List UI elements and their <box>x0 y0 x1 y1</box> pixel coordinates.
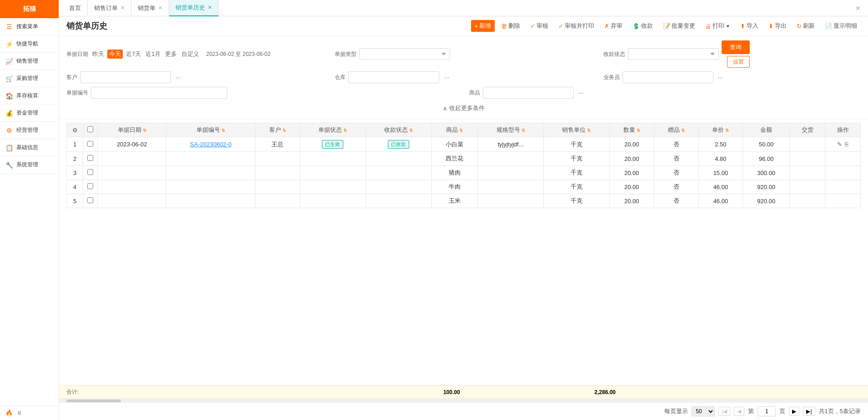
tab-home[interactable]: 首页 <box>63 0 88 16</box>
delete-button[interactable]: 🗑 删除 <box>497 20 524 32</box>
row-checkbox[interactable] <box>87 155 93 161</box>
discard-button[interactable]: ✗ 弃审 <box>601 20 626 32</box>
close-icon[interactable]: ✕ <box>208 5 212 10</box>
row-checkbox[interactable] <box>87 141 93 147</box>
export-icon: ⬇ <box>768 23 773 30</box>
qty: 20.00 <box>609 180 654 194</box>
sidebar-item-label: 经营管理 <box>16 126 38 134</box>
date-yesterday[interactable]: 昨天 <box>91 50 105 59</box>
row-select[interactable] <box>83 180 98 194</box>
col-doc-no[interactable]: 单据编号⇅ <box>166 123 256 137</box>
sidebar-item-purchase-mgmt[interactable]: 🛒 采购管理 <box>0 70 59 87</box>
sidebar-item-inventory[interactable]: 🏠 库存核算 <box>0 87 59 105</box>
col-settings[interactable]: ⚙ <box>67 123 83 137</box>
col-spec[interactable]: 规格型号⇅ <box>478 123 544 137</box>
doc-no-link[interactable]: SA-20230602-0 <box>190 141 231 148</box>
sidebar-item-label: 基础信息 <box>16 144 38 151</box>
page-next-btn[interactable]: ▶ <box>789 407 799 416</box>
tab-sales-order[interactable]: 销售订单 ✕ <box>88 0 131 16</box>
row-select[interactable] <box>83 166 98 180</box>
page-last-btn[interactable]: ▶| <box>803 407 815 416</box>
row-select[interactable] <box>83 194 98 208</box>
row-checkbox[interactable] <box>87 169 93 175</box>
collect-status-select[interactable] <box>628 48 719 60</box>
col-price[interactable]: 单价⇅ <box>698 123 743 137</box>
export-button[interactable]: ⬇ 导出 <box>765 20 790 32</box>
sidebar-item-quick-nav[interactable]: ⚡ 快捷导航 <box>0 35 59 53</box>
scrollbar-container[interactable] <box>59 399 868 402</box>
operation-icon: ⚙ <box>5 127 13 134</box>
doc-type-select[interactable] <box>359 48 450 60</box>
date-more[interactable]: 更多 <box>164 50 178 59</box>
goods: 猪肉 <box>431 166 477 180</box>
col-goods[interactable]: 商品⇅ <box>431 123 477 137</box>
page-title: 销货单历史 <box>66 20 107 31</box>
date-today[interactable]: 今天 <box>107 50 123 59</box>
sidebar-item-basic-info[interactable]: 📋 基础信息 <box>0 139 59 156</box>
col-customer[interactable]: 客户⇅ <box>256 123 300 137</box>
select-all-checkbox[interactable] <box>87 126 93 132</box>
salesperson-dots-btn[interactable]: ··· <box>716 74 725 81</box>
audit-button[interactable]: ✓ 审核 <box>527 20 552 32</box>
col-gift[interactable]: 赠品⇅ <box>654 123 698 137</box>
row-checkbox[interactable] <box>87 197 93 203</box>
doc-no-input[interactable] <box>91 87 227 99</box>
row-select[interactable] <box>83 137 98 152</box>
row-num: 1 <box>67 137 83 152</box>
data-table: ⚙ 单据日期⇅ 单据编号⇅ 客户⇅ <box>66 123 861 208</box>
batch-change-button[interactable]: 📝 批量变更 <box>659 20 699 32</box>
sidebar-item-sales-mgmt[interactable]: 📈 销售管理 <box>0 53 59 70</box>
date-1month[interactable]: 近1月 <box>144 50 162 59</box>
goods-input[interactable] <box>483 87 574 99</box>
sidebar-item-operation[interactable]: ⚙ 经营管理 <box>0 122 59 139</box>
query-button[interactable]: 查询 <box>722 40 750 54</box>
collect-button[interactable]: 💲 收款 <box>629 20 657 32</box>
sidebar-item-label: 销售管理 <box>16 57 38 65</box>
salesperson-input[interactable] <box>622 71 713 83</box>
sidebar-item-search-menu[interactable]: ☰ 搜索菜单 <box>0 18 59 35</box>
per-page-select[interactable]: 50 100 200 <box>692 406 715 416</box>
filter-warehouse: 仓库 ··· <box>335 71 592 83</box>
customer-input[interactable] <box>80 71 171 83</box>
audit-print-button[interactable]: ✓ 审核并打印 <box>555 20 598 32</box>
copy-icon[interactable]: ⎘ <box>845 141 848 148</box>
warehouse-dots-btn[interactable]: ··· <box>442 74 451 81</box>
refresh-button[interactable]: ↻ 刷新 <box>793 20 818 32</box>
customer-dots-btn[interactable]: ··· <box>174 74 183 81</box>
col-doc-date[interactable]: 单据日期⇅ <box>98 123 166 137</box>
close-icon[interactable]: ✕ <box>120 5 125 11</box>
col-qty[interactable]: 数量⇅ <box>609 123 654 137</box>
sidebar-item-system[interactable]: 🔧 系统管理 <box>0 156 59 174</box>
action[interactable]: ✎⎘ <box>825 137 861 152</box>
col-collect-status[interactable]: 收款状态⇅ <box>366 123 431 137</box>
edit-icon[interactable]: ✎ <box>837 141 842 148</box>
settings-button[interactable]: 设置 <box>727 56 750 68</box>
row-checkbox[interactable] <box>87 183 93 189</box>
sidebar-item-finance[interactable]: 💰 资金管理 <box>0 105 59 122</box>
goods-dots-btn[interactable]: ··· <box>577 89 586 96</box>
date-custom[interactable]: 自定义 <box>180 50 201 59</box>
col-doc-status[interactable]: 单据状态⇅ <box>300 123 366 137</box>
collapse-button[interactable]: ∧ 收起更多条件 <box>66 102 861 114</box>
new-button[interactable]: + 新增 <box>471 20 495 32</box>
doc-no[interactable]: SA-20230602-0 <box>166 137 256 152</box>
close-icon[interactable]: ✕ <box>158 5 162 11</box>
footer-amount-total: 2,286.00 <box>554 389 656 395</box>
fire-icon[interactable]: 🔥 <box>5 410 13 416</box>
row-num: 2 <box>67 152 83 166</box>
row-select[interactable] <box>83 152 98 166</box>
print-button[interactable]: 🖨 打印 ▼ <box>702 20 734 32</box>
tab-sales-history[interactable]: 销货单历史 ✕ <box>169 0 219 16</box>
date-7days[interactable]: 近7天 <box>125 50 142 59</box>
import-button[interactable]: ⬆ 导入 <box>737 20 762 32</box>
page-first-btn[interactable]: |◀ <box>718 407 730 416</box>
page-number-input[interactable] <box>758 406 776 416</box>
col-checkbox[interactable] <box>83 123 98 137</box>
show-detail-button[interactable]: 📄 显示明细 <box>821 20 861 32</box>
tabs-close-all[interactable]: ✕ <box>852 5 864 12</box>
col-unit[interactable]: 销售单位⇅ <box>543 123 609 137</box>
warehouse-input[interactable] <box>348 71 439 83</box>
tab-sales-delivery[interactable]: 销货单 ✕ <box>131 0 169 16</box>
page-prev-btn[interactable]: ◀ <box>734 407 744 416</box>
pause-icon[interactable]: ⏸ <box>16 410 22 416</box>
